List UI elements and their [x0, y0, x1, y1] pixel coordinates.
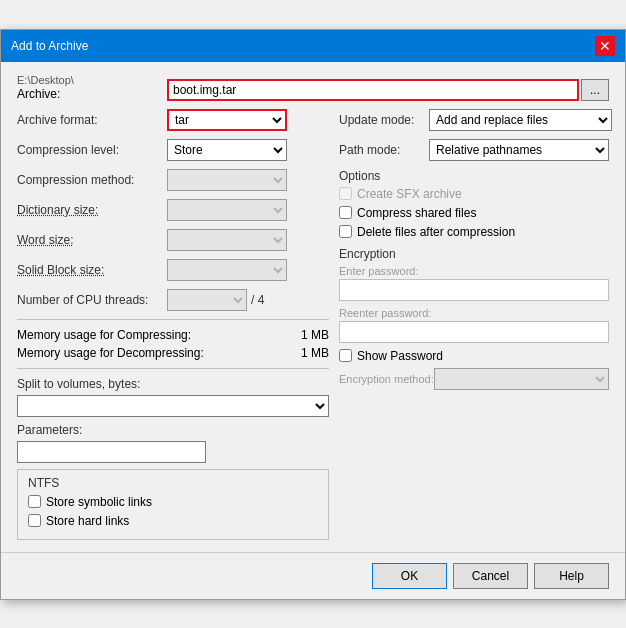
word-size-row: Word size: — [17, 229, 329, 251]
path-mode-select[interactable]: Relative pathnames Full pathnames Absolu… — [429, 139, 609, 161]
memory-decompress-value: 1 MB — [301, 346, 329, 360]
add-to-archive-dialog: Add to Archive ✕ E:\Desktop\ Archive: bo… — [0, 29, 626, 600]
archive-format-row: Archive format: tar zip 7z gzip bzip2 — [17, 109, 329, 131]
archive-filename-input[interactable]: boot.img.tar — [167, 79, 579, 101]
archive-path-hint: E:\Desktop\ — [17, 74, 167, 86]
show-password-checkbox[interactable] — [339, 349, 352, 362]
solid-block-row: Solid Block size: — [17, 259, 329, 281]
parameters-input[interactable] — [17, 441, 206, 463]
encryption-section: Encryption Enter password: Reenter passw… — [339, 247, 609, 390]
store-hard-links-label: Store hard links — [46, 514, 129, 528]
close-button[interactable]: ✕ — [595, 36, 615, 56]
title-bar: Add to Archive ✕ — [1, 30, 625, 62]
enter-password-label: Enter password: — [339, 265, 609, 277]
cpu-threads-label: Number of CPU threads: — [17, 293, 167, 307]
options-label: Options — [339, 169, 609, 183]
archive-label: Archive: — [17, 87, 60, 101]
parameters-label: Parameters: — [17, 423, 329, 437]
cpu-threads-suffix: / 4 — [251, 293, 264, 307]
store-hard-links-checkbox[interactable] — [28, 514, 41, 527]
browse-button[interactable]: ... — [581, 79, 609, 101]
compression-method-row: Compression method: — [17, 169, 329, 191]
word-size-label: Word size: — [17, 233, 167, 247]
parameters-row: Parameters: — [17, 423, 329, 463]
compression-method-select[interactable] — [167, 169, 287, 191]
compress-shared-checkbox[interactable] — [339, 206, 352, 219]
create-sfx-row: Create SFX archive — [339, 187, 609, 201]
path-mode-label: Path mode: — [339, 143, 429, 157]
cancel-button[interactable]: Cancel — [453, 563, 528, 589]
memory-compress-label: Memory usage for Compressing: — [17, 328, 191, 342]
memory-decompress-label: Memory usage for Decompressing: — [17, 346, 204, 360]
ntfs-title: NTFS — [28, 476, 318, 490]
path-mode-row: Path mode: Relative pathnames Full pathn… — [339, 139, 609, 161]
enc-method-row: Encryption method: — [339, 368, 609, 390]
delete-after-label: Delete files after compression — [357, 225, 515, 239]
compression-method-label: Compression method: — [17, 173, 167, 187]
dialog-title: Add to Archive — [11, 39, 88, 53]
cpu-threads-select[interactable] — [167, 289, 247, 311]
delete-after-row: Delete files after compression — [339, 225, 609, 239]
store-symbolic-links-label: Store symbolic links — [46, 495, 152, 509]
split-volumes-label: Split to volumes, bytes: — [17, 377, 329, 391]
update-mode-label: Update mode: — [339, 113, 429, 127]
word-size-select[interactable] — [167, 229, 287, 251]
enc-method-select[interactable] — [434, 368, 609, 390]
store-symbolic-links-checkbox[interactable] — [28, 495, 41, 508]
reenter-password-input[interactable] — [339, 321, 609, 343]
compression-level-row: Compression level: Store Fastest Fast No… — [17, 139, 329, 161]
show-password-label: Show Password — [357, 349, 443, 363]
split-volumes-select[interactable] — [17, 395, 329, 417]
compression-level-select[interactable]: Store Fastest Fast Normal — [167, 139, 287, 161]
archive-format-select[interactable]: tar zip 7z gzip bzip2 — [167, 109, 287, 131]
reenter-password-label: Reenter password: — [339, 307, 609, 319]
ntfs-section: NTFS Store symbolic links Store hard lin… — [17, 469, 329, 540]
ok-button[interactable]: OK — [372, 563, 447, 589]
enc-method-label: Encryption method: — [339, 373, 434, 385]
dialog-footer: OK Cancel Help — [1, 552, 625, 599]
compress-shared-row: Compress shared files — [339, 206, 609, 220]
memory-compress-value: 1 MB — [301, 328, 329, 342]
create-sfx-label: Create SFX archive — [357, 187, 462, 201]
solid-block-select[interactable] — [167, 259, 287, 281]
enter-password-input[interactable] — [339, 279, 609, 301]
memory-decompress-row: Memory usage for Decompressing: 1 MB — [17, 346, 329, 360]
archive-format-label: Archive format: — [17, 113, 167, 127]
store-hard-links-row: Store hard links — [28, 514, 318, 528]
store-symbolic-links-row: Store symbolic links — [28, 495, 318, 509]
dictionary-size-row: Dictionary size: — [17, 199, 329, 221]
split-volumes-row: Split to volumes, bytes: — [17, 377, 329, 417]
dictionary-size-select[interactable] — [167, 199, 287, 221]
update-mode-select[interactable]: Add and replace files Update and add fil… — [429, 109, 612, 131]
help-button[interactable]: Help — [534, 563, 609, 589]
dictionary-size-label: Dictionary size: — [17, 203, 167, 217]
options-section: Options Create SFX archive Compress shar… — [339, 169, 609, 239]
archive-row: E:\Desktop\ Archive: boot.img.tar ... — [17, 74, 609, 101]
delete-after-checkbox[interactable] — [339, 225, 352, 238]
create-sfx-checkbox[interactable] — [339, 187, 352, 200]
update-mode-row: Update mode: Add and replace files Updat… — [339, 109, 609, 131]
compression-level-label: Compression level: — [17, 143, 167, 157]
cpu-threads-row: Number of CPU threads: / 4 — [17, 289, 329, 311]
compress-shared-label: Compress shared files — [357, 206, 476, 220]
memory-compress-row: Memory usage for Compressing: 1 MB — [17, 328, 329, 342]
encryption-label: Encryption — [339, 247, 609, 261]
show-password-row: Show Password — [339, 349, 609, 363]
solid-block-label: Solid Block size: — [17, 263, 167, 277]
